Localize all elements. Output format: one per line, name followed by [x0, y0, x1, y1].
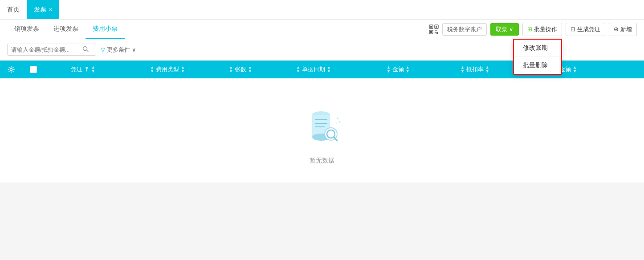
th-settings[interactable]	[0, 61, 22, 78]
tab-sales-invoice[interactable]: 销项发票	[7, 20, 46, 39]
svg-point-24	[339, 122, 341, 123]
more-conditions-button[interactable]: ▽ 更多条件 ∨	[101, 46, 136, 54]
th-amount: ▲ ▼ 金额 ▲ ▼	[360, 61, 437, 78]
dropdown-item-batch-delete[interactable]: 批量删除	[514, 57, 561, 74]
tax-account-button[interactable]: 税务数字账户	[442, 23, 487, 36]
take-ticket-label: 取票	[496, 25, 507, 33]
svg-rect-7	[436, 30, 437, 31]
batch-op-wrap: ⊞ 批量操作 修改账期 批量删除	[522, 23, 562, 36]
empty-state-text: 暂无数据	[310, 157, 334, 165]
qr-icon	[429, 24, 439, 34]
deduct-rate-sort-icon[interactable]: ▲ ▼	[461, 65, 465, 73]
settings-icon	[8, 66, 15, 73]
th-voucher: 凭证 ▲ ▼	[45, 61, 122, 78]
svg-point-23	[337, 118, 338, 119]
top-nav: 首页 发票 ×	[0, 0, 644, 20]
select-all-checkbox[interactable]	[30, 66, 37, 73]
batch-op-dropdown: 修改账期 批量删除	[513, 39, 562, 75]
tab-expense-receipt[interactable]: 费用小票	[86, 20, 125, 39]
tab-purchase-invoice[interactable]: 进项发票	[46, 20, 86, 39]
dropdown-item-modify-period[interactable]: 修改账期	[514, 40, 561, 57]
expense-type-sort-icon[interactable]: ▲ ▼	[150, 65, 154, 73]
svg-line-11	[87, 50, 89, 52]
nav-tab-invoice[interactable]: 发票 ×	[27, 0, 59, 19]
svg-rect-6	[435, 30, 436, 31]
th-extra	[606, 61, 644, 78]
search-input[interactable]	[11, 46, 82, 53]
svg-point-25	[336, 123, 337, 124]
filter-icon: ▽	[101, 46, 105, 53]
th-date: ▲ ▼ 单据日期 ▲ ▼	[267, 61, 359, 78]
more-conditions-arrow-icon: ∨	[132, 46, 136, 53]
gen-voucher-label: 生成凭证	[577, 25, 600, 33]
sub-tabs: 销项发票 进项发票 费用小票	[7, 20, 125, 39]
batch-op-icon: ⊞	[527, 26, 532, 32]
nav-tab-label: 发票	[34, 6, 46, 14]
gen-voucher-button[interactable]: ⊡ 生成凭证	[566, 23, 605, 36]
svg-rect-3	[436, 26, 437, 28]
take-ticket-arrow-icon: ∨	[509, 26, 514, 32]
add-new-icon: ⊕	[614, 26, 619, 32]
svg-rect-5	[430, 31, 432, 33]
th-checkbox[interactable]	[22, 61, 45, 78]
th-expense-type: ▲ ▼ 费用类型 ▲ ▼	[122, 61, 214, 78]
search-button[interactable]	[82, 46, 89, 53]
sub-toolbar: 销项发票 进项发票 费用小票 税务数字账户	[0, 20, 644, 39]
add-new-button[interactable]: ⊕ 新增	[609, 23, 637, 36]
svg-rect-9	[436, 32, 438, 34]
svg-rect-8	[435, 32, 436, 33]
nav-tab-close-icon[interactable]: ×	[49, 7, 52, 13]
tax-account-label: 税务数字账户	[447, 26, 482, 32]
empty-state: 暂无数据	[0, 78, 644, 183]
svg-point-12	[10, 69, 12, 71]
voucher-filter-icon[interactable]	[84, 66, 90, 73]
svg-marker-13	[85, 67, 89, 72]
count-sort-icon[interactable]: ▲ ▼	[229, 65, 233, 73]
expense-type-sort2-icon[interactable]: ▲ ▼	[181, 65, 185, 73]
svg-rect-1	[430, 26, 432, 28]
batch-op-button[interactable]: ⊞ 批量操作	[522, 23, 562, 36]
th-count: ▲ ▼ 张数 ▲ ▼	[214, 61, 268, 78]
take-ticket-button[interactable]: 取票 ∨	[490, 23, 519, 36]
nav-home[interactable]: 首页	[0, 0, 27, 19]
th-deduct-rate: ▲ ▼ 抵扣率 ▲ ▼	[436, 61, 514, 78]
add-new-label: 新增	[620, 25, 632, 33]
search-input-wrap	[7, 44, 96, 56]
amount-sort-icon[interactable]: ▲ ▼	[387, 65, 391, 73]
gen-voucher-icon: ⊡	[571, 26, 575, 32]
date-sort-icon[interactable]: ▲ ▼	[296, 65, 300, 73]
more-conditions-label: 更多条件	[107, 46, 130, 54]
batch-op-label: 批量操作	[534, 25, 557, 33]
toolbar-actions: 税务数字账户 取票 ∨ ⊞ 批量操作 修改账期 批量删除	[429, 23, 637, 36]
voucher-sort-icon[interactable]: ▲ ▼	[91, 65, 95, 73]
qr-code-button[interactable]	[429, 24, 439, 34]
search-icon	[82, 46, 89, 52]
empty-state-illustration	[300, 105, 344, 150]
